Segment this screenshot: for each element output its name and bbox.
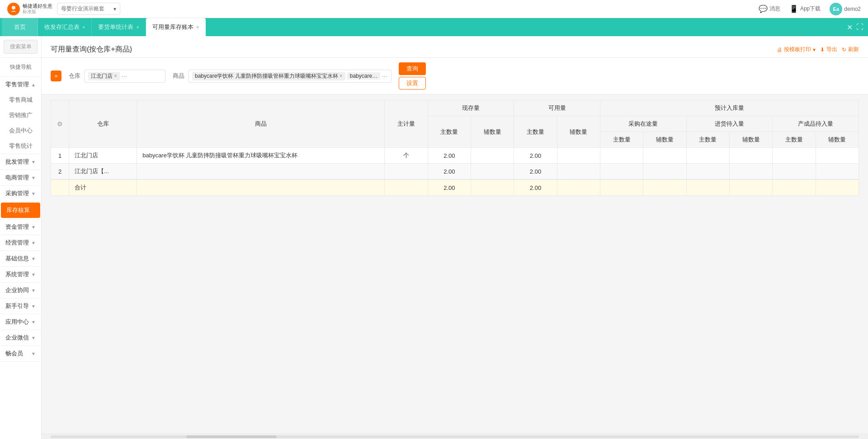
sidebar-group-purchase-label: 采购管理 [5,189,29,198]
tab-available-stock-close[interactable]: × [196,24,199,30]
sidebar-group-operations-header[interactable]: 经营管理 ▼ [0,235,41,250]
message-btn[interactable]: 💬 消息 [759,5,780,13]
quick-nav-btn[interactable]: 快捷导航 [4,61,38,74]
sidebar-group-guide-header[interactable]: 新手引导 ▼ [0,298,41,314]
sidebar-group-system-header[interactable]: 系统管理 ▼ [0,267,41,282]
sidebar-group-inventory: 库存核算 [0,202,41,219]
th-warehouse: 仓库 [69,100,137,148]
table-container: ⚙ 仓库 商品 主计量 现存量 可用量 预计入库量 主数量 辅数量 主数量 辅数… [42,94,868,434]
sidebar-group-basics-header[interactable]: 基础信息 ▼ [0,251,41,266]
sidebar-item-online-store[interactable]: 零售商城 [0,92,41,108]
row2-unit [385,164,428,180]
row1-produced-sub [816,148,859,164]
tab-orders[interactable]: 要货单统计表 × [92,18,146,36]
scrollbar-track [51,435,859,438]
sidebar-group-finance-label: 资金管理 [5,223,29,231]
sidebar-group-wholesale-header[interactable]: 批发管理 ▼ [0,154,41,170]
main-layout: 搜索菜单 快捷导航 零售管理 ▲ 零售商城 营销推广 会员中心 零售统计 批发管… [0,36,868,439]
summary-unit [385,179,428,196]
summary-current-sub [471,179,514,196]
row1-purchase-sub [643,148,686,164]
sidebar-group-retail: 零售管理 ▲ 零售商城 营销推广 会员中心 零售统计 [0,77,41,154]
sidebar: 搜索菜单 快捷导航 零售管理 ▲ 零售商城 营销推广 会员中心 零售统计 批发管… [0,36,42,439]
tab-receivables-close[interactable]: × [82,24,85,30]
product-filter-label: 商品 [173,72,184,80]
row2-seq: 2 [51,164,69,180]
tab-home[interactable]: 首页 [2,18,38,36]
industry-selector[interactable]: 母婴行业演示账套 ▾ [57,3,120,15]
sidebar-group-wechat-header[interactable]: 企业微信 ▼ [0,330,41,345]
product-tag-1-remove[interactable]: × [340,73,343,79]
row1-available-sub [557,148,600,164]
export-btn[interactable]: ⬇ 导出 [820,46,837,53]
chevron-down-icon-operations: ▼ [31,241,36,245]
th-current-stock-group: 现存量 [428,100,514,116]
th-settings[interactable]: ⚙ [51,100,69,148]
sidebar-group-wholesale: 批发管理 ▼ [0,154,41,170]
sidebar-group-basics-label: 基础信息 [5,255,29,263]
row2-incoming-main [686,164,729,180]
sidebar-item-marketing[interactable]: 营销推广 [0,108,41,123]
maximize-window-btn[interactable]: ⛶ [856,23,863,31]
query-btn[interactable]: 查询 [399,62,426,75]
sidebar-group-finance-header[interactable]: 资金管理 ▼ [0,219,41,235]
sidebar-group-vip-header[interactable]: 畅会员 ▼ [0,346,41,361]
tab-receivables[interactable]: 收发存汇总表 × [38,18,92,36]
chevron-down-icon-finance: ▼ [31,225,36,230]
sidebar-group-retail-header[interactable]: 零售管理 ▲ [0,77,41,92]
row2-current-sub [471,164,514,180]
page-title: 可用量查询(按仓库+商品) [51,45,132,54]
sidebar-group-apps-header[interactable]: 应用中心 ▼ [0,314,41,330]
svg-point-0 [12,6,15,9]
print-btn[interactable]: 🖨 按模板打印 ▾ [777,46,816,53]
chevron-down-icon: ▾ [113,6,116,12]
setting-btn[interactable]: 设置 [399,77,426,90]
sidebar-item-members[interactable]: 会员中心 [0,123,41,138]
sidebar-item-retail-stats[interactable]: 零售统计 [0,138,41,154]
th-current-main: 主数量 [428,116,471,148]
row2-warehouse: 江北门店【... [69,164,137,180]
sidebar-group-inventory-label: 库存核算 [6,206,30,214]
sidebar-group-wechat: 企业微信 ▼ [0,330,41,346]
search-menu-btn[interactable]: 搜索菜单 [4,40,38,54]
warehouse-more-indicator: ··· [122,72,127,80]
sidebar-group-wholesale-label: 批发管理 [5,158,29,166]
warehouse-filter-label: 仓库 [69,72,80,80]
th-available-main: 主数量 [514,116,557,148]
row2-current-main: 2.00 [428,164,471,180]
close-window-btn[interactable]: ✕ [847,23,853,32]
filter-expand-btn[interactable]: » [51,71,61,81]
tab-window-actions: ✕ ⛶ [842,18,868,36]
chevron-down-icon-apps: ▼ [31,320,36,325]
warehouse-tag-remove[interactable]: × [114,73,117,79]
sidebar-group-collaboration: 企业协同 ▼ [0,283,41,298]
product-tag-1: babycare学饮杯 儿童防摔防撞吸管杯重力球吸嘴杯宝宝水杯 × [192,72,345,80]
sidebar-group-wechat-label: 企业微信 [5,334,29,342]
row2-incoming-sub [729,164,772,180]
product-filter-input[interactable]: babycare学饮杯 儿童防摔防撞吸管杯重力球吸嘴杯宝宝水杯 × babyca… [188,70,392,83]
row2-purchase-sub [643,164,686,180]
sidebar-group-purchase-header[interactable]: 采购管理 ▼ [0,186,41,201]
app-download-btn[interactable]: 📱 App下载 [789,5,821,13]
tab-orders-close[interactable]: × [136,24,139,30]
summary-settings [51,179,69,196]
table-scrollbar[interactable] [42,434,868,439]
sidebar-group-system: 系统管理 ▼ [0,267,41,283]
sidebar-group-inventory-header[interactable]: 库存核算 [1,203,40,218]
user-profile[interactable]: Ea demo2 [830,3,861,15]
summary-current-main: 2.00 [428,179,471,196]
settings-icon: ⚙ [57,120,63,127]
warehouse-filter-input[interactable]: 江北门店 × ··· [84,70,165,83]
row2-available-sub [557,164,600,180]
sidebar-group-retail-label: 零售管理 [5,80,29,89]
tab-available-stock[interactable]: 可用量库存账本 × [146,18,206,36]
row2-purchase-main [600,164,643,180]
sidebar-group-ecommerce-label: 电商管理 [5,174,29,182]
sidebar-group-purchase: 采购管理 ▼ [0,186,41,202]
scrollbar-thumb[interactable] [186,435,277,438]
sidebar-group-collaboration-header[interactable]: 企业协同 ▼ [0,283,41,298]
filter-bar: » 仓库 江北门店 × ··· 商品 babycare学饮杯 儿童防摔防撞吸管杯… [42,58,868,94]
summary-produced-sub [816,179,859,196]
sidebar-group-ecommerce-header[interactable]: 电商管理 ▼ [0,170,41,185]
refresh-btn[interactable]: ↻ 刷新 [842,46,859,53]
